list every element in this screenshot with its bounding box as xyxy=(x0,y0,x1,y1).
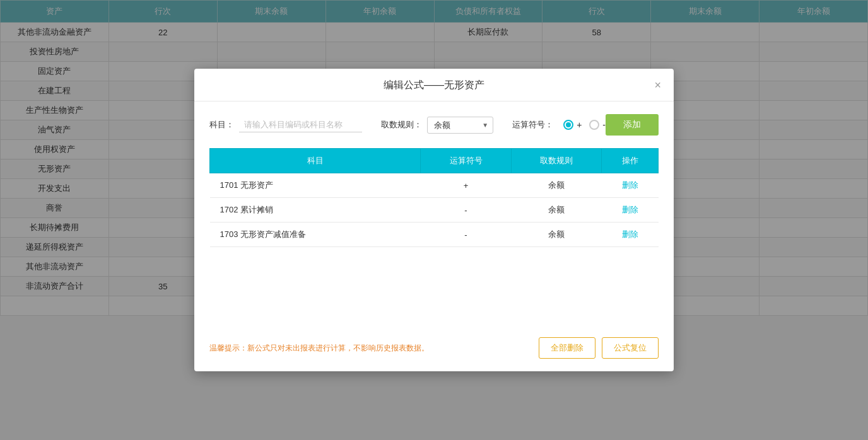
delete-link[interactable]: 删除 xyxy=(622,180,638,190)
rule-cell: 余额 xyxy=(511,223,602,247)
delete-all-button[interactable]: 全部删除 xyxy=(539,337,595,359)
form-row: 科目： 取数规则： 余额借方发生额贷方发生额 ▼ 运算符号： xyxy=(209,114,659,136)
formula-table: 科目运算符号取数规则操作 1701 无形资产+余额删除1702 累计摊销-余额删… xyxy=(209,148,659,247)
rule-cell: 余额 xyxy=(511,173,602,198)
rule-select-wrap: 余额借方发生额贷方发生额 ▼ xyxy=(427,117,493,134)
delete-link[interactable]: 删除 xyxy=(622,205,638,214)
table-row: 1702 累计摊销-余额删除 xyxy=(210,198,659,223)
rule-select[interactable]: 余额借方发生额贷方发生额 xyxy=(427,117,493,134)
rule-label: 取数规则： xyxy=(381,119,422,130)
rule-cell: 余额 xyxy=(511,198,602,223)
operator-cell: + xyxy=(421,173,512,198)
formula-table-header: 科目 xyxy=(210,149,421,173)
operator-minus-radio[interactable]: - xyxy=(589,120,606,130)
table-header-row: 科目运算符号取数规则操作 xyxy=(210,149,659,173)
operator-plus-label: + xyxy=(577,120,582,130)
modal-header: 编辑公式——无形资产 × xyxy=(194,69,674,101)
reset-button[interactable]: 公式复位 xyxy=(602,337,659,359)
formula-table-head: 科目运算符号取数规则操作 xyxy=(210,149,659,173)
modal-footer: 温馨提示：新公式只对未出报表进行计算，不影响历史报表数据。 全部删除 公式复位 xyxy=(194,328,674,371)
action-cell: 删除 xyxy=(602,173,659,198)
subject-cell: 1701 无形资产 xyxy=(210,173,421,198)
table-row: 1703 无形资产减值准备-余额删除 xyxy=(210,223,659,247)
subject-input[interactable] xyxy=(239,117,362,132)
subject-cell: 1703 无形资产减值准备 xyxy=(210,223,421,247)
table-row: 1701 无形资产+余额删除 xyxy=(210,173,659,198)
modal-body: 科目： 取数规则： 余额借方发生额贷方发生额 ▼ 运算符号： xyxy=(194,101,674,328)
operator-cell: - xyxy=(421,223,512,247)
formula-table-header: 运算符号 xyxy=(421,149,512,173)
rule-section: 取数规则： 余额借方发生额贷方发生额 ▼ xyxy=(381,117,493,134)
operator-section: 运算符号： + - xyxy=(512,119,606,130)
delete-link[interactable]: 删除 xyxy=(622,229,638,239)
action-cell: 删除 xyxy=(602,198,659,223)
radio-plus-circle xyxy=(563,120,573,130)
operator-radio-group: + - xyxy=(563,120,606,130)
modal-overlay: 编辑公式——无形资产 × 科目： 取数规则： 余额借方发生额贷方发生额 ▼ 运 xyxy=(0,0,868,440)
add-button[interactable]: 添加 xyxy=(606,114,659,136)
modal-title: 编辑公式——无形资产 xyxy=(384,79,484,90)
footer-buttons: 全部删除 公式复位 xyxy=(539,337,659,359)
operator-plus-radio[interactable]: + xyxy=(563,120,582,130)
subject-label: 科目： xyxy=(209,119,234,130)
radio-minus-circle xyxy=(589,120,599,130)
modal-close-button[interactable]: × xyxy=(652,77,664,93)
modal-dialog: 编辑公式——无形资产 × 科目： 取数规则： 余额借方发生额贷方发生额 ▼ 运 xyxy=(194,69,674,371)
action-cell: 删除 xyxy=(602,223,659,247)
operator-label: 运算符号： xyxy=(512,119,553,130)
footer-hint: 温馨提示：新公式只对未出报表进行计算，不影响历史报表数据。 xyxy=(209,343,429,354)
subject-cell: 1702 累计摊销 xyxy=(210,198,421,223)
formula-table-body: 1701 无形资产+余额删除1702 累计摊销-余额删除1703 无形资产减值准… xyxy=(210,173,659,247)
formula-table-header: 操作 xyxy=(602,149,659,173)
operator-cell: - xyxy=(421,198,512,223)
formula-table-header: 取数规则 xyxy=(511,149,602,173)
